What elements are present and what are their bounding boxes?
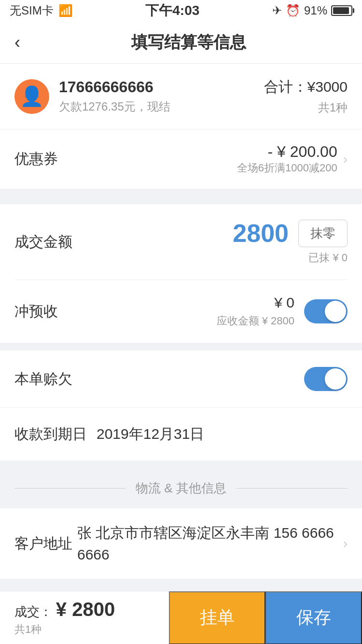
address-value: 张 北京市市辖区海淀区永丰南 156 6666 6666 — [77, 522, 343, 565]
coupon-label: 优惠券 — [14, 149, 58, 169]
deal-amount-label: 成交金额 — [14, 232, 72, 252]
battery-label: 91% — [304, 4, 327, 17]
location-icon: ✈ — [272, 4, 282, 17]
amount-section: 成交金额 2800 抹零 已抹 ¥ 0 冲预收 ¥ 0 应收金额 ¥ 2800 — [0, 204, 362, 343]
avatar: 👤 — [14, 79, 49, 114]
customer-debt: 欠款1276.35元，现结 — [59, 99, 264, 114]
prepay-sub: 应收金额 ¥ 2800 — [217, 314, 294, 328]
bottom-deal-label: 成交： — [14, 604, 52, 619]
address-row[interactable]: 客户地址 张 北京市市辖区海淀区永丰南 156 6666 6666 › — [0, 508, 362, 579]
debt-label: 本单赊欠 — [14, 369, 72, 389]
prepay-row: 冲预收 ¥ 0 应收金额 ¥ 2800 — [14, 280, 348, 343]
coupon-detail: 全场6折满1000减200 — [237, 161, 337, 175]
status-right: ✈ ⏰ 91% — [272, 4, 352, 17]
duedate-value: 2019年12月31日 — [97, 424, 204, 444]
debt-toggle-knob — [325, 368, 346, 390]
prepay-label: 冲预收 — [14, 302, 58, 322]
chevron-right-icon: › — [343, 152, 348, 167]
toggle-knob — [325, 301, 346, 322]
bottom-summary: 成交： ¥ 2800 共1种 — [0, 599, 169, 637]
logistics-divider: 物流 & 其他信息 — [0, 468, 362, 508]
section-divider-2 — [0, 343, 362, 350]
debt-toggle[interactable] — [304, 367, 348, 391]
customer-section: 👤 17666666666 欠款1276.35元，现结 合计：¥3000 共1种… — [0, 64, 362, 189]
avatar-icon: 👤 — [20, 85, 44, 108]
nav-bar: ‹ 填写结算等信息 — [0, 21, 362, 64]
battery-icon — [331, 5, 352, 16]
address-label: 客户地址 — [14, 534, 77, 554]
back-button[interactable]: ‹ — [14, 32, 20, 53]
bottom-deal-line: 成交： ¥ 2800 — [14, 599, 154, 620]
logistics-divider-text: 物流 & 其他信息 — [136, 480, 226, 497]
duedate-label: 收款到期日 — [14, 424, 87, 444]
carrier-label: 无SIM卡 — [10, 3, 54, 18]
bottom-amount: ¥ 2800 — [56, 599, 115, 620]
customer-row: 👤 17666666666 欠款1276.35元，现结 合计：¥3000 共1种 — [0, 64, 362, 129]
bottom-bar: 成交： ¥ 2800 共1种 挂单 保存 — [0, 591, 362, 644]
customer-info: 17666666666 欠款1276.35元，现结 — [59, 78, 264, 114]
prepay-amount: ¥ 0 — [217, 294, 294, 311]
customer-total: 合计：¥3000 共1种 — [264, 77, 348, 115]
customer-phone: 17666666666 — [59, 78, 264, 96]
prepay-amount-block: ¥ 0 应收金额 ¥ 2800 — [217, 294, 294, 328]
section-divider-1 — [0, 196, 362, 204]
debt-row: 本单赊欠 — [0, 350, 362, 407]
coupon-right: - ¥ 200.00 全场6折满1000减200 › — [237, 143, 348, 175]
coupon-row[interactable]: 优惠券 - ¥ 200.00 全场6折满1000减200 › — [0, 129, 362, 189]
divider-line-left — [14, 488, 126, 489]
duedate-row: 收款到期日 2019年12月31日 — [0, 407, 362, 461]
hang-sale-button[interactable]: 挂单 — [169, 591, 265, 644]
erased-sub: 已抹 ¥ 0 — [308, 251, 348, 265]
wifi-icon: 📶 — [58, 4, 73, 17]
divider-line-right — [236, 488, 348, 489]
address-chevron-icon: › — [343, 536, 348, 551]
status-bar: 无SIM卡 📶 下午4:03 ✈ ⏰ 91% — [0, 0, 362, 21]
coupon-discount: - ¥ 200.00 — [237, 143, 337, 161]
prepay-toggle[interactable] — [304, 299, 348, 323]
erase-button[interactable]: 抹零 — [298, 220, 348, 247]
deal-amount-value: 2800 — [233, 219, 289, 248]
total-amount: 合计：¥3000 — [264, 77, 348, 97]
alarm-icon: ⏰ — [286, 4, 300, 17]
bottom-count: 共1种 — [14, 622, 154, 637]
status-left: 无SIM卡 📶 — [10, 3, 73, 18]
deal-amount-controls: 2800 抹零 — [233, 219, 348, 248]
page-title: 填写结算等信息 — [30, 31, 348, 54]
status-time: 下午4:03 — [145, 1, 199, 20]
deal-amount-row: 成交金额 2800 抹零 已抹 ¥ 0 — [14, 204, 348, 280]
save-button[interactable]: 保存 — [265, 591, 362, 644]
prepay-right: ¥ 0 应收金额 ¥ 2800 — [217, 294, 348, 328]
debt-section: 本单赊欠 收款到期日 2019年12月31日 — [0, 350, 362, 461]
total-count: 共1种 — [264, 100, 348, 115]
